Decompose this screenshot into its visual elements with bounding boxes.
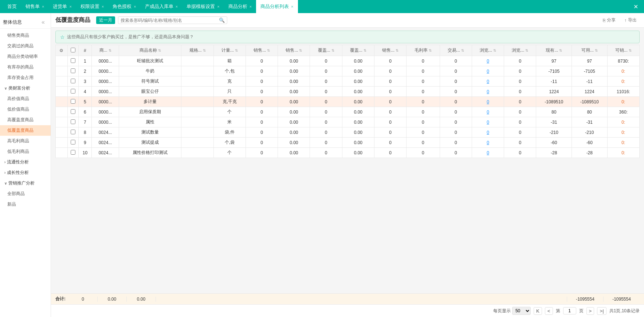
star-icon: ☆ (60, 34, 65, 40)
table-row: 40000...眼宝公仔只00.0000.0000000122412241101… (56, 87, 640, 97)
col-spec[interactable]: 规格...⇅ (181, 45, 213, 56)
per-page-select[interactable]: 50 20 100 (512, 307, 531, 315)
window-close-button[interactable]: ✕ (631, 3, 641, 10)
row-checkbox[interactable] (71, 58, 75, 63)
nav-products[interactable]: 产成品入库单 × (141, 0, 182, 13)
sidebar-item-traded-goods[interactable]: 交易过的商品 (0, 41, 51, 51)
nav-analysis[interactable]: 商品分析 × (224, 0, 256, 13)
sidebar-item-high-value[interactable]: 高价值商品 (0, 94, 51, 104)
nav-analysis-close[interactable]: × (250, 4, 252, 9)
next-page-button[interactable]: > (586, 307, 594, 315)
row-checkbox[interactable] (71, 99, 75, 104)
col-trade[interactable]: 交易...⇅ (440, 45, 472, 56)
sidebar-item-new-goods[interactable]: 新品 (0, 199, 51, 210)
col-coverage2[interactable]: 覆盖...⇅ (342, 45, 374, 56)
nav-permissions[interactable]: 权限设置 × (76, 0, 108, 13)
col-checkbox[interactable] (67, 45, 78, 56)
sidebar-item-sales-goods[interactable]: 销售类商品 (0, 30, 51, 41)
sidebar-growth-analysis-section[interactable]: › 成长性分析 (0, 167, 51, 178)
filter-tag[interactable]: 近一月 (96, 16, 115, 24)
table-row: 30000...符号测试克00.0000.0000000-11-110: (56, 76, 640, 87)
nav-permissions-close[interactable]: × (102, 4, 104, 9)
export-button[interactable]: ↑ 导出 (621, 16, 640, 24)
share-button[interactable]: ⎘ 分享 (600, 16, 619, 24)
nav-home[interactable]: 首页 (3, 0, 21, 13)
info-banner: ☆ 这些商品只有很少客户购买过，是推广不够，还是商品本身问题？ (55, 31, 640, 43)
settings-icon[interactable]: ⚙ (59, 48, 63, 53)
col-name[interactable]: 商品名称⇅ (119, 45, 181, 56)
nav-roles[interactable]: 角色授权 × (108, 0, 140, 13)
sidebar-item-capital-ratio[interactable]: 库存资金占用 (0, 72, 51, 83)
nav-roles-close[interactable]: × (134, 4, 136, 9)
row-checkbox[interactable] (71, 68, 75, 73)
search-icon[interactable]: 🔍 (219, 17, 225, 23)
col-coverage1[interactable]: 覆盖...⇅ (310, 45, 342, 56)
col-sales3[interactable]: 销售...⇅ (374, 45, 406, 56)
nav-purchase-close[interactable]: × (69, 4, 71, 9)
sidebar-item-low-coverage[interactable]: 低覆盖度商品 (0, 125, 51, 136)
content-area: 低覆盖度商品 近一月 🔍 ⎘ 分享 ↑ 导出 ☆ 这些商品只有很少客户购买过，是… (51, 13, 644, 317)
col-sales2[interactable]: 销售...⇅ (278, 45, 310, 56)
sidebar-item-stocked-goods[interactable]: 有库存的商品 (0, 62, 51, 72)
row-checkbox[interactable] (71, 119, 75, 124)
row-checkbox[interactable] (71, 150, 75, 155)
sidebar-market-analysis-section[interactable]: ∨ 营销推广分析 (0, 178, 51, 189)
table-row: 80024...测试数量袋,件00.0000.0000000-210-2100: (56, 127, 640, 138)
nav-sales-close[interactable]: × (42, 4, 44, 9)
chevron-down-icon: ∨ (4, 86, 7, 90)
row-checkbox[interactable] (71, 79, 75, 83)
col-unit[interactable]: 计量...⇅ (213, 45, 246, 56)
nav-analysis-list-close[interactable]: × (291, 4, 293, 9)
row-checkbox[interactable] (71, 130, 75, 134)
table-wrapper[interactable]: ⚙ # 商...⇅ 商品名称⇅ 规格...⇅ 计量...⇅ 销售...⇅ 销售.… (51, 45, 644, 293)
col-saleable[interactable]: 可销...⇅ (607, 45, 639, 56)
sidebar-flow-analysis-section[interactable]: › 流通性分析 (0, 157, 51, 167)
table-row: 70000...属性米00.0000.0000000-31-310: (56, 117, 640, 127)
nav-templates[interactable]: 单据模板设置 × (182, 0, 224, 13)
total-info: 共1页,10条记录 (609, 308, 640, 314)
footer-available: -1095554 (567, 297, 603, 302)
col-sales1[interactable]: 销售...⇅ (246, 45, 278, 56)
col-settings[interactable]: ⚙ (56, 45, 68, 56)
pagination: 每页显示 50 20 100 K < 第 页 > >| 共1页,10条记录 (51, 304, 644, 317)
col-browse1[interactable]: 浏览...⇅ (472, 45, 504, 56)
sidebar-item-category-turnover[interactable]: 商品分类动销率 (0, 51, 51, 62)
nav-templates-close[interactable]: × (217, 4, 219, 9)
table-row: 90024...测试提成个,袋00.0000.0000000-60-600: (56, 138, 640, 148)
row-checkbox[interactable] (71, 109, 75, 114)
sidebar-collapse-button[interactable]: « (39, 17, 48, 27)
search-box[interactable]: 🔍 (118, 16, 227, 24)
chevron-down-icon2: ∨ (4, 181, 7, 185)
sidebar-item-low-value[interactable]: 低价值商品 (0, 104, 51, 115)
col-gross-rate[interactable]: 毛利率⇅ (407, 45, 440, 56)
sidebar: 整体信息 « 销售类商品 交易过的商品 商品分类动销率 有库存的商品 库存资金占… (0, 13, 51, 317)
col-available[interactable]: 可用...⇅ (572, 45, 608, 56)
sidebar-item-low-profit[interactable]: 低毛利商品 (0, 146, 51, 157)
sidebar-item-all-goods[interactable]: 全部商品 (0, 189, 51, 199)
main-layout: 整体信息 « 销售类商品 交易过的商品 商品分类动销率 有库存的商品 库存资金占… (0, 13, 644, 317)
col-current[interactable]: 现有...⇅ (536, 45, 572, 56)
table-row: 100024...属性价格打印测试个00.0000.0000000-28-280… (56, 148, 640, 158)
col-code[interactable]: 商...⇅ (92, 45, 119, 56)
sidebar-item-high-profit[interactable]: 高毛利商品 (0, 136, 51, 146)
sidebar-value-analysis-section[interactable]: ∨ 类财富分析 (0, 83, 51, 94)
row-checkbox[interactable] (71, 89, 75, 94)
first-page-button[interactable]: K (534, 307, 542, 315)
table-row: 50000...多计量克,千克00.0000.0000000-1089510-1… (56, 97, 640, 107)
page-number-input[interactable] (563, 307, 576, 314)
search-input[interactable] (121, 18, 219, 23)
nav-purchase[interactable]: 进货单 × (48, 0, 76, 13)
prev-page-button[interactable]: < (545, 307, 553, 315)
col-browse2[interactable]: 浏览...⇅ (504, 45, 536, 56)
banner-text: 这些商品只有很少客户购买过，是推广不够，还是商品本身问题？ (67, 34, 194, 40)
nav-products-close[interactable]: × (176, 4, 178, 9)
select-all-checkbox[interactable] (71, 48, 75, 52)
row-checkbox[interactable] (71, 140, 75, 144)
footer-cov2: 0.00 (127, 297, 156, 302)
last-page-button[interactable]: >| (597, 307, 606, 315)
footer-current: -1095554 (603, 297, 640, 302)
export-icon: ↑ (624, 18, 627, 23)
sidebar-item-high-coverage[interactable]: 高覆盖度商品 (0, 115, 51, 125)
nav-analysis-list[interactable]: 商品分析列表 × (256, 0, 298, 13)
nav-sales[interactable]: 销售单 × (21, 0, 48, 13)
